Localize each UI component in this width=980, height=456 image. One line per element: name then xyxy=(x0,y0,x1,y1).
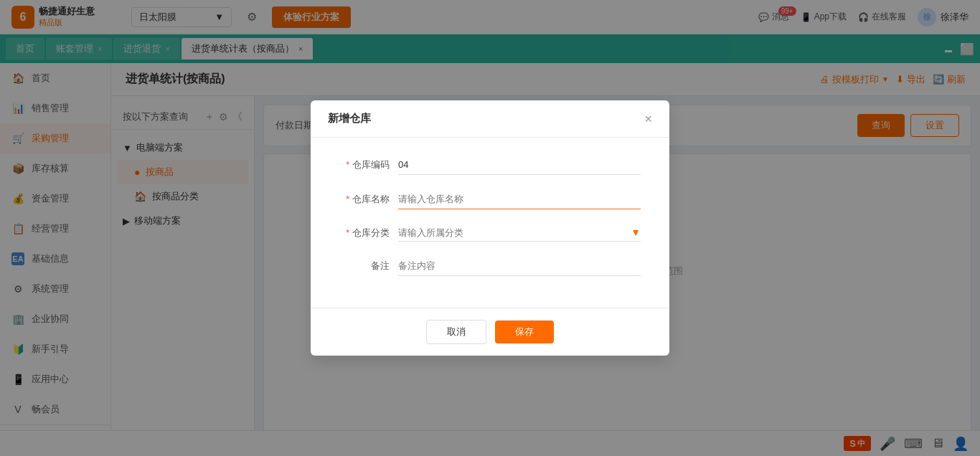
code-label: 仓库编码 xyxy=(339,158,390,171)
save-button[interactable]: 保存 xyxy=(495,320,554,343)
name-input[interactable] xyxy=(398,189,641,209)
form-row-note: 备注 xyxy=(339,256,641,276)
note-input[interactable] xyxy=(398,256,641,276)
dropdown-arrow-icon[interactable]: ▼ xyxy=(631,227,641,238)
code-input[interactable] xyxy=(398,155,641,175)
form-row-category: 仓库分类 ▼ xyxy=(339,224,641,242)
note-label: 备注 xyxy=(339,260,390,272)
form-row-name: 仓库名称 xyxy=(339,189,641,209)
modal-footer: 取消 保存 xyxy=(311,308,669,356)
modal-title: 新增仓库 xyxy=(328,112,371,125)
category-label: 仓库分类 xyxy=(339,227,390,239)
name-label: 仓库名称 xyxy=(339,193,390,206)
modal-body: 仓库编码 仓库名称 仓库分类 ▼ 备注 xyxy=(311,138,669,308)
modal-overlay: 新增仓库 × 仓库编码 仓库名称 仓库分类 ▼ 备注 xyxy=(0,0,980,456)
cancel-button[interactable]: 取消 xyxy=(426,320,486,344)
add-warehouse-modal: 新增仓库 × 仓库编码 仓库名称 仓库分类 ▼ 备注 xyxy=(311,100,669,356)
category-input[interactable] xyxy=(398,227,631,238)
modal-header: 新增仓库 × xyxy=(311,100,669,138)
category-select-wrap[interactable]: ▼ xyxy=(398,224,641,242)
form-row-code: 仓库编码 xyxy=(339,155,641,175)
modal-close-button[interactable]: × xyxy=(644,113,652,125)
